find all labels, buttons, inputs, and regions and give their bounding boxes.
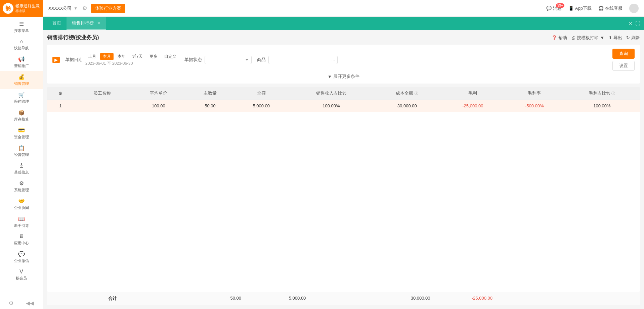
sidebar-label-1: 快捷导航	[14, 46, 29, 51]
sidebar-item-7[interactable]: 📋经营管理	[0, 142, 43, 160]
gross-pct-info-icon: ⓘ	[611, 91, 615, 95]
settings-icon[interactable]: ⚙	[9, 300, 13, 306]
app-label: App下载	[575, 5, 592, 11]
filter-toggle[interactable]: ▶	[52, 57, 60, 63]
maximize-window-icon[interactable]: ⛶	[635, 21, 640, 26]
cell-rank: 1	[47, 100, 74, 112]
sidebar: 畅 畅康通好生意 标准版 ☰搜索菜单⌂快捷导航📢营销推广💰销售管理🛒采购管理📦库…	[0, 0, 43, 309]
print-label: 按模板打印	[577, 35, 599, 41]
footer-qty: 50.00	[205, 296, 266, 302]
sidebar-icon-4: 🛒	[18, 92, 25, 98]
cell-amount: 5,000.00	[233, 100, 289, 112]
sidebar-item-1[interactable]: ⌂快捷导航	[0, 36, 43, 53]
sidebar-icon-7: 📋	[18, 145, 25, 151]
goods-filter: 商品 ...	[257, 56, 338, 64]
topbar-gear-icon[interactable]: ⚙	[82, 5, 87, 11]
footer-gross: -25,000.00	[451, 296, 513, 302]
date-tab-this-month[interactable]: 本月	[100, 53, 114, 60]
status-filter: 单据状态	[184, 56, 252, 64]
date-tab-custom[interactable]: 自定义	[162, 53, 179, 60]
sidebar-icon-11: 📖	[18, 216, 25, 222]
user-avatar[interactable]	[629, 4, 639, 13]
print-btn[interactable]: 🖨 按模板打印 ▼	[571, 35, 604, 41]
message-icon: 💬	[546, 6, 552, 11]
online-service-btn[interactable]: 🎧 在线客服	[598, 5, 622, 11]
sidebar-icon-1: ⌂	[20, 39, 23, 45]
tab-sales-rank[interactable]: 销售排行榜 ✕	[67, 17, 106, 30]
cell-avg-price: 100.00	[130, 100, 187, 112]
tabbar-right: ✕ ⛶	[629, 17, 640, 30]
cell-name	[74, 100, 130, 112]
date-tab-7days[interactable]: 近7天	[130, 53, 145, 60]
date-range: 2023-06-01 至 2023-06-30	[85, 61, 179, 66]
refresh-icon: ↻	[626, 35, 630, 40]
tab-home[interactable]: 首页	[47, 17, 67, 30]
sidebar-item-4[interactable]: 🛒采购管理	[0, 89, 43, 107]
cell-gross-pct: 100.00%	[564, 100, 640, 112]
sidebar-icon-6: 💳	[18, 127, 25, 134]
footer-empty	[51, 296, 82, 302]
collapse-icon[interactable]: ◀◀	[26, 300, 34, 306]
sidebar-item-2[interactable]: 📢营销推广	[0, 53, 43, 71]
date-tab-last-month[interactable]: 上月	[85, 53, 99, 60]
date-label: 单据日期	[65, 57, 83, 63]
refresh-label: 刷新	[631, 35, 640, 41]
message-btn[interactable]: 💬 消息 99+	[546, 5, 562, 11]
app-download-btn[interactable]: 📱 App下载	[568, 5, 592, 11]
sidebar-item-11[interactable]: 📖新手引导	[0, 213, 43, 231]
company-name: XXXXX公司	[48, 5, 72, 11]
goods-input[interactable]	[268, 56, 338, 64]
service-label: 在线客服	[605, 5, 622, 11]
col-name: 员工名称	[74, 87, 130, 100]
sidebar-item-6[interactable]: 💳资金管理	[0, 124, 43, 142]
expand-button[interactable]: ▼ 展开更多条件	[328, 73, 359, 80]
chevron-down-icon: ▼	[328, 74, 332, 79]
col-gross: 毛利	[441, 87, 505, 100]
sidebar-label-4: 采购管理	[14, 99, 29, 104]
page-content: 销售排行榜(按业务员) ❓ 帮助 🖨 按模板打印 ▼ ⬆ 导出 ↻ 刷新	[43, 30, 644, 309]
refresh-btn[interactable]: ↻ 刷新	[626, 35, 640, 41]
sidebar-icon-3: 💰	[18, 74, 25, 80]
col-settings[interactable]: ⚙	[47, 87, 74, 100]
sidebar-item-14[interactable]: V畅会员	[0, 266, 43, 284]
sidebar-item-12[interactable]: 🖥应用中心	[0, 231, 43, 248]
goods-label: 商品	[257, 57, 266, 63]
logo-text: 畅康通好生意	[15, 4, 40, 9]
date-tab-more[interactable]: 更多	[147, 53, 160, 60]
date-tab-this-year[interactable]: 本年	[115, 53, 128, 60]
export-label: 导出	[613, 35, 622, 41]
sidebar-label-6: 资金管理	[14, 135, 29, 140]
sidebar-item-8[interactable]: 🗄基础信息	[0, 160, 43, 177]
sidebar-item-5[interactable]: 📦库存核算	[0, 107, 43, 124]
footer-gross-rate	[513, 296, 574, 302]
data-table: ⚙ 员工名称 平均单价 主数量 全额 销售收入占比% 成本全额 ⓘ 毛利 毛利率…	[47, 87, 640, 112]
help-btn[interactable]: ❓ 帮助	[552, 35, 567, 41]
company-arrow-icon: ▼	[74, 6, 78, 11]
sidebar-item-3[interactable]: 💰销售管理	[0, 71, 43, 89]
close-window-icon[interactable]: ✕	[629, 21, 633, 26]
sidebar-item-10[interactable]: 🤝企业协同	[0, 195, 43, 213]
sidebar-item-9[interactable]: ⚙系统管理	[0, 177, 43, 195]
sidebar-icon-8: 🗄	[19, 163, 24, 169]
sidebar-item-13[interactable]: 💬企业微信	[0, 248, 43, 266]
settings-button[interactable]: 设置	[612, 61, 635, 71]
data-table-wrap: ⚙ 员工名称 平均单价 主数量 全额 销售收入占比% 成本全额 ⓘ 毛利 毛利率…	[47, 87, 640, 292]
sidebar-icon-10: 🤝	[18, 198, 25, 204]
sidebar-label-13: 企业微信	[14, 258, 29, 263]
sidebar-label-12: 应用中心	[14, 241, 29, 246]
tab-sales-rank-label: 销售排行榜	[72, 20, 94, 26]
company-selector[interactable]: XXXXX公司 ▼	[48, 5, 78, 11]
trial-button[interactable]: 体验行业方案	[91, 4, 125, 13]
export-btn[interactable]: ⬆ 导出	[608, 35, 622, 41]
tab-home-label: 首页	[52, 20, 61, 26]
col-amount: 全额	[233, 87, 289, 100]
tab-close-icon[interactable]: ✕	[97, 21, 100, 25]
goods-more-icon: ...	[332, 57, 335, 62]
cell-gross-rate: -500.00%	[505, 100, 564, 112]
status-select[interactable]	[205, 56, 252, 64]
sidebar-item-0[interactable]: ☰搜索菜单	[0, 18, 43, 36]
sidebar-logo: 畅 畅康通好生意 标准版	[0, 0, 43, 17]
filter-toggle-icon: ▶	[52, 57, 60, 63]
query-button[interactable]: 查询	[612, 49, 635, 59]
footer-gross-pct	[574, 296, 636, 302]
